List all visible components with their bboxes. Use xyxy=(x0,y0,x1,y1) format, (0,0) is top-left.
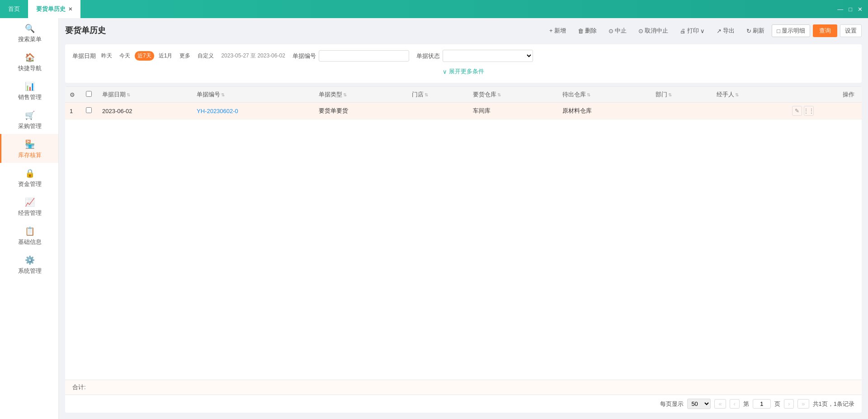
expand-more-button[interactable]: ∨ 展开更多条件 xyxy=(72,66,854,77)
filter-item-date: 单据日期 昨天 今天 近7天 近1月 更多 自定义 2023-05-27 至 2… xyxy=(72,51,285,61)
th-doc-number[interactable]: 单据编号⇅ xyxy=(192,87,314,103)
th-settings[interactable]: ⚙ xyxy=(65,87,81,103)
cancel-suspend-icon: ⊙ xyxy=(638,28,643,34)
close-tab-icon[interactable]: ✕ xyxy=(68,6,72,12)
filter-item-docnumber: 单据编号 xyxy=(292,50,409,62)
sales-mgmt-icon: 📊 xyxy=(25,81,35,91)
date-range-text: 2023-05-27 至 2023-06-02 xyxy=(221,52,285,60)
row-more-icon[interactable]: ⋮⋮ xyxy=(804,106,814,116)
new-button[interactable]: + 新增 xyxy=(545,25,571,37)
per-page-select[interactable]: 50 20 100 xyxy=(687,399,711,409)
filter-item-docstatus: 单据状态 xyxy=(416,50,533,62)
search-menu-icon: 🔍 xyxy=(25,24,35,33)
display-detail-button[interactable]: □ 显示明细 xyxy=(772,24,810,37)
next-page-button[interactable]: › xyxy=(784,399,794,409)
tab-requisition-history[interactable]: 要货单历史 ✕ xyxy=(28,0,80,18)
per-page-label: 每页显示 xyxy=(660,400,684,408)
system-mgmt-icon: ⚙️ xyxy=(25,255,35,265)
suspend-icon: ⊙ xyxy=(609,28,613,34)
page-number-input[interactable] xyxy=(753,399,771,409)
date-shortcuts: 昨天 今天 近7天 近1月 更多 自定义 xyxy=(99,51,217,61)
row-handler xyxy=(712,103,788,119)
cancel-suspend-button[interactable]: ⊙ 取消中止 xyxy=(634,25,673,37)
sidebar-item-purchase-mgmt[interactable]: 🛒 采购管理 xyxy=(0,105,58,134)
table-row: 1 2023-06-02 YH-20230602-0 要货单要货 车间库 xyxy=(65,103,862,119)
delete-icon: 🗑 xyxy=(578,28,584,34)
sort-doc-type-icon: ⇅ xyxy=(343,92,347,97)
shortcut-more[interactable]: 更多 xyxy=(177,51,193,61)
settings-button[interactable]: 设置 xyxy=(840,24,862,37)
export-button[interactable]: ↗ 导出 xyxy=(712,25,739,37)
th-handler[interactable]: 经手人⇅ xyxy=(712,87,788,103)
sidebar-item-finance-mgmt[interactable]: 🔒 资金管理 xyxy=(0,163,58,192)
prev-page-button[interactable]: ‹ xyxy=(730,399,740,409)
doc-number-link[interactable]: YH-20230602-0 xyxy=(197,108,238,114)
minimize-icon[interactable]: — xyxy=(837,6,843,13)
row-edit-icon[interactable]: ✎ xyxy=(792,106,802,116)
page-label: 第 xyxy=(743,400,749,408)
row-store xyxy=(407,103,468,119)
sidebar: 🔍 搜索菜单 🏠 快捷导航 📊 销售管理 🛒 采购管理 🏪 库存核算 🔒 资金管… xyxy=(0,18,59,419)
shortcut-today[interactable]: 今天 xyxy=(117,51,133,61)
sort-department-icon: ⇅ xyxy=(668,92,672,97)
docnumber-filter-label: 单据编号 xyxy=(292,52,316,60)
row-select-checkbox[interactable] xyxy=(86,107,92,113)
th-doc-type[interactable]: 单据类型⇅ xyxy=(314,87,407,103)
th-department[interactable]: 部门⇅ xyxy=(651,87,712,103)
operations-mgmt-icon: 📈 xyxy=(25,197,35,207)
row-pending-warehouse: 原材料仓库 xyxy=(558,103,651,119)
close-window-icon[interactable]: ✕ xyxy=(858,6,863,13)
content-area: 要货单历史 + 新增 🗑 删除 ⊙ 中止 ⊙ 取消中止 🖨 xyxy=(59,18,868,419)
basic-info-icon: 📋 xyxy=(25,226,35,236)
shortcut-7days[interactable]: 近7天 xyxy=(135,51,154,61)
top-bar-right: — □ ✕ xyxy=(837,6,868,13)
data-table: ⚙ 单据日期⇅ 单据编号⇅ 单据类型⇅ xyxy=(65,86,862,119)
expand-more-icon: ∨ xyxy=(443,68,447,75)
shortcut-yesterday[interactable]: 昨天 xyxy=(99,51,115,61)
row-department xyxy=(651,103,712,119)
sidebar-item-system-mgmt[interactable]: ⚙️ 系统管理 xyxy=(0,250,58,279)
delete-button[interactable]: 🗑 删除 xyxy=(573,25,601,37)
sidebar-item-operations-mgmt[interactable]: 📈 经营管理 xyxy=(0,192,58,221)
docnumber-input[interactable] xyxy=(319,50,409,62)
refresh-button[interactable]: ↻ 刷新 xyxy=(742,25,769,37)
table-container: ⚙ 单据日期⇅ 单据编号⇅ 单据类型⇅ xyxy=(65,86,862,413)
sidebar-item-inventory[interactable]: 🏪 库存核算 xyxy=(0,134,58,163)
maximize-icon[interactable]: □ xyxy=(849,6,852,13)
inventory-icon: 🏪 xyxy=(25,139,35,149)
shortcut-custom[interactable]: 自定义 xyxy=(195,51,217,61)
last-page-button[interactable]: » xyxy=(797,399,809,409)
select-all-checkbox[interactable] xyxy=(86,91,92,97)
th-store[interactable]: 门店⇅ xyxy=(407,87,468,103)
top-bar: 首页 要货单历史 ✕ — □ ✕ xyxy=(0,0,868,18)
page-title: 要货单历史 xyxy=(65,25,106,36)
main-layout: 🔍 搜索菜单 🏠 快捷导航 📊 销售管理 🛒 采购管理 🏪 库存核算 🔒 资金管… xyxy=(0,18,868,419)
sidebar-item-quick-nav[interactable]: 🏠 快捷导航 xyxy=(0,47,58,76)
print-icon: 🖨 xyxy=(680,28,686,34)
first-page-button[interactable]: « xyxy=(714,399,726,409)
sidebar-item-search-menu[interactable]: 🔍 搜索菜单 xyxy=(0,18,58,47)
query-button[interactable]: 查询 xyxy=(813,24,837,37)
suspend-button[interactable]: ⊙ 中止 xyxy=(604,25,631,37)
filter-row-1: 单据日期 昨天 今天 近7天 近1月 更多 自定义 2023-05-27 至 2… xyxy=(72,50,854,62)
pagination-bar: 每页显示 50 20 100 « ‹ 第 页 › » 共1页，1条记录 xyxy=(65,395,862,413)
purchase-mgmt-icon: 🛒 xyxy=(25,110,35,120)
sidebar-item-basic-info[interactable]: 📋 基础信息 xyxy=(0,221,58,250)
th-operations: 操作 xyxy=(788,87,862,103)
table-footer: 合计: xyxy=(65,380,862,395)
sort-handler-icon: ⇅ xyxy=(735,92,739,97)
row-doc-type: 要货单要货 xyxy=(314,103,407,119)
th-pending-warehouse[interactable]: 待出仓库⇅ xyxy=(558,87,651,103)
print-button[interactable]: 🖨 打印 ∨ xyxy=(675,25,709,37)
tab-home[interactable]: 首页 xyxy=(0,0,28,18)
shortcut-1month[interactable]: 近1月 xyxy=(156,51,175,61)
th-req-warehouse[interactable]: 要货仓库⇅ xyxy=(468,87,558,103)
row-doc-number: YH-20230602-0 xyxy=(192,103,314,119)
row-doc-date: 2023-06-02 xyxy=(98,103,192,119)
finance-mgmt-icon: 🔒 xyxy=(25,168,35,178)
th-doc-date[interactable]: 单据日期⇅ xyxy=(98,87,192,103)
docstatus-select[interactable] xyxy=(443,50,533,62)
row-operations: ✎ ⋮⋮ xyxy=(788,103,862,119)
sidebar-item-sales-mgmt[interactable]: 📊 销售管理 xyxy=(0,76,58,105)
docstatus-filter-label: 单据状态 xyxy=(416,52,440,60)
